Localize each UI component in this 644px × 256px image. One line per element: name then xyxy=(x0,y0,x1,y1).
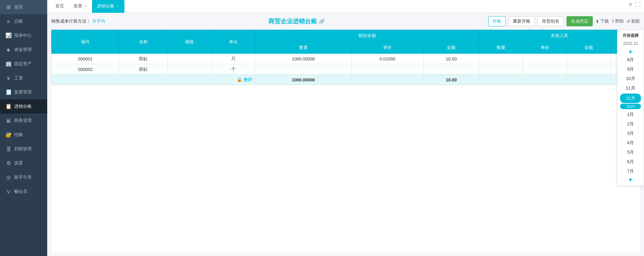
month-panel-title: 月份选择 xyxy=(617,31,644,40)
sidebar-item-label: 设置 xyxy=(14,160,23,166)
sidebar-item-label: 固定资产 xyxy=(14,61,32,67)
month-4[interactable]: 4月 xyxy=(617,138,644,148)
sidebar-item-label: 进销台账 xyxy=(14,103,32,109)
download-icon: ⬇ xyxy=(595,19,599,24)
sidebar-item-purchase-sales[interactable]: 📋 进销台账 xyxy=(0,99,47,113)
sidebar-item-label: 畅会员 xyxy=(14,188,27,195)
refresh-button[interactable]: ↺ 刷新 xyxy=(626,18,640,24)
in-qty-header: 数量 xyxy=(479,42,523,54)
in-price-header: 单价 xyxy=(523,42,567,54)
month-nav-up: ▲ xyxy=(617,47,644,55)
total-in-price xyxy=(523,75,567,85)
month-11[interactable]: 11月 xyxy=(617,83,644,93)
action-buttons: 对账 重新开账 存货别名 生成凭证 ⬇ 下载 ? 帮助 ↺ 刷新 xyxy=(488,16,640,26)
sidebar-item-ledger[interactable]: ≡ 总账 xyxy=(0,14,47,28)
sidebar-item-label: 发票管理 xyxy=(14,89,32,95)
month-7[interactable]: 7月 xyxy=(617,167,644,176)
row-id: 000001 xyxy=(52,54,119,64)
sidebar: ⊞ 首页 ≡ 总账 📊 报表中心 ◈ 资金管理 🏢 固定资产 ¥ 工资 🧾 发票… xyxy=(0,0,47,256)
info-bar: 销售成本计算方法： 月平均 商贸企业进销台账 🔗 对账 重新开账 存货别名 生成… xyxy=(51,16,640,26)
col-unit-header: 单位 xyxy=(211,30,255,54)
sidebar-item-label: 结账 xyxy=(14,132,23,138)
salary-icon: ¥ xyxy=(5,75,11,81)
title-info-icon[interactable]: 🔗 xyxy=(319,19,325,24)
open-qty-header: 数量 xyxy=(255,42,352,54)
month-12[interactable]: 12月 xyxy=(620,94,641,103)
sidebar-item-funds[interactable]: ◈ 资金管理 xyxy=(0,43,47,57)
month-1[interactable]: 1月 xyxy=(617,110,644,119)
sidebar-item-tax[interactable]: 🏛 税务管理 xyxy=(0,113,47,128)
tab-purchase-sales-close[interactable]: × xyxy=(116,4,119,8)
row-id: 000002 xyxy=(52,64,119,75)
purchase-sales-icon: 📋 xyxy=(5,103,11,109)
month-year-display: 2022.12 xyxy=(617,40,644,47)
sidebar-item-label: 税务管理 xyxy=(14,118,32,124)
row-in-qty xyxy=(479,54,523,64)
maximize-button[interactable]: ⛶ xyxy=(635,2,641,7)
reconcile-button[interactable]: 对账 xyxy=(488,16,506,26)
col-name-header: 名称 xyxy=(119,30,168,54)
table-row: 000001 前缸 只 1000.00000 0.01000 10.00 xyxy=(52,54,640,64)
month-nav-down-btn[interactable]: ▼ xyxy=(628,177,633,183)
month-10[interactable]: 10月 xyxy=(617,74,644,83)
year-badge: 2023 xyxy=(620,104,641,109)
tab-home[interactable]: 首页 xyxy=(51,0,69,13)
month-6[interactable]: 6月 xyxy=(617,157,644,167)
sidebar-item-label: 归档管理 xyxy=(14,146,32,152)
reports-icon: 📊 xyxy=(5,32,11,39)
reopen-button[interactable]: 重新开账 xyxy=(508,16,535,26)
sidebar-item-label: 总账 xyxy=(14,18,23,24)
vip-icon: V xyxy=(5,189,11,195)
tab-purchase-sales-label: 进销台账 xyxy=(97,3,114,9)
row-in-qty xyxy=(479,64,523,75)
month-panel: 月份选择 2022.12 ▲ 8月 9月 10月 11月 12月 2023 1月… xyxy=(617,30,644,186)
row-in-amount xyxy=(567,54,611,64)
sidebar-item-assets[interactable]: 🏢 固定资产 xyxy=(0,57,47,71)
home-icon: ⊞ xyxy=(5,4,11,10)
in-amount-header: 金额 xyxy=(567,42,611,54)
sidebar-item-label: 首页 xyxy=(14,4,23,10)
sidebar-item-settings[interactable]: ⚙ 设置 xyxy=(0,156,47,170)
close-button[interactable]: ✕ xyxy=(628,2,633,7)
sidebar-item-home[interactable]: ⊞ 首页 xyxy=(0,0,47,14)
cost-method-value: 月平均 xyxy=(92,19,105,24)
help-button[interactable]: ? 帮助 xyxy=(612,18,624,24)
tab-invoice-close[interactable]: × xyxy=(84,4,87,8)
month-nav-up-btn[interactable]: ▲ xyxy=(628,48,633,54)
page-title: 商贸企业进销台账 🔗 xyxy=(268,17,325,25)
tab-invoice[interactable]: 发票 × xyxy=(69,0,92,13)
month-2[interactable]: 2月 xyxy=(617,119,644,129)
total-open-price xyxy=(352,75,423,85)
sidebar-item-archive[interactable]: 🗄 归档管理 xyxy=(0,142,47,156)
tab-purchase-sales[interactable]: 进销台账 × xyxy=(92,0,124,13)
sidebar-item-salary[interactable]: ¥ 工资 xyxy=(0,71,47,85)
funds-icon: ◈ xyxy=(5,47,11,53)
download-button[interactable]: ⬇ 下载 xyxy=(595,18,609,24)
sidebar-item-invoice-mgmt[interactable]: 🧾 发票管理 xyxy=(0,85,47,99)
sidebar-item-closing[interactable]: 🔐 结账 xyxy=(0,128,47,142)
total-in-amount xyxy=(567,75,611,85)
save-alias-button[interactable]: 存货别名 xyxy=(537,16,564,26)
month-3[interactable]: 3月 xyxy=(617,129,644,138)
settings-icon: ⚙ xyxy=(5,160,11,166)
month-8[interactable]: 8月 xyxy=(617,55,644,65)
cost-method-bar: 销售成本计算方法： 月平均 xyxy=(51,18,105,24)
tax-icon: 🏛 xyxy=(5,118,11,124)
sidebar-item-reports[interactable]: 📊 报表中心 xyxy=(0,28,47,43)
sidebar-item-guide[interactable]: ◎ 新手引导 xyxy=(0,170,47,184)
generate-voucher-button[interactable]: 生成凭证 xyxy=(566,16,593,26)
main-area: ✕ ⛶ 首页 发票 × 进销台账 × 销售成本计算方法： 月平均 商贸企业进销台… xyxy=(47,0,644,256)
month-9[interactable]: 9月 xyxy=(617,65,644,74)
total-row: 🔒合计 1000.00000 10.00 xyxy=(52,75,640,85)
invoice-mgmt-icon: 🧾 xyxy=(5,89,11,95)
period-in-header: 本期入库 xyxy=(479,30,640,42)
row-open-amount: 10.00 xyxy=(423,54,479,64)
month-5[interactable]: 5月 xyxy=(617,148,644,157)
col-spec-header: 规格 xyxy=(168,30,211,54)
tab-home-label: 首页 xyxy=(55,3,64,9)
closing-icon: 🔐 xyxy=(5,132,11,138)
col-number-header: 编号 xyxy=(52,30,119,54)
row-in-amount xyxy=(567,64,611,75)
tab-invoice-label: 发票 xyxy=(74,3,82,9)
sidebar-item-vip[interactable]: V 畅会员 xyxy=(0,184,47,199)
